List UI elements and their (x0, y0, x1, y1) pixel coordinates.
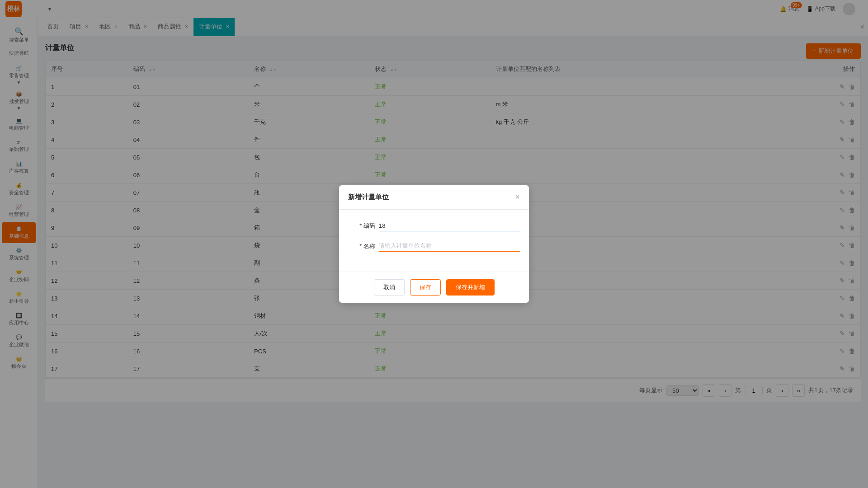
modal-overlay[interactable]: 新增计量单位 × * 编码 * 名称 取消 保存 保存并新增 (0, 0, 868, 488)
name-input[interactable] (379, 240, 520, 252)
form-row-code: * 编码 (348, 221, 520, 231)
modal-close-btn[interactable]: × (515, 192, 520, 202)
cancel-btn[interactable]: 取消 (374, 279, 405, 296)
modal-header: 新增计量单位 × (339, 185, 529, 210)
modal-footer: 取消 保存 保存并新增 (339, 272, 529, 303)
code-input[interactable] (379, 221, 520, 231)
save-new-btn[interactable]: 保存并新增 (446, 279, 495, 296)
name-label: * 名称 (348, 242, 375, 250)
code-label: * 编码 (348, 222, 375, 230)
modal-body: * 编码 * 名称 (339, 210, 529, 272)
form-row-name: * 名称 (348, 240, 520, 252)
add-unit-modal: 新增计量单位 × * 编码 * 名称 取消 保存 保存并新增 (339, 185, 529, 303)
modal-title: 新增计量单位 (348, 193, 389, 202)
save-btn[interactable]: 保存 (410, 279, 441, 296)
